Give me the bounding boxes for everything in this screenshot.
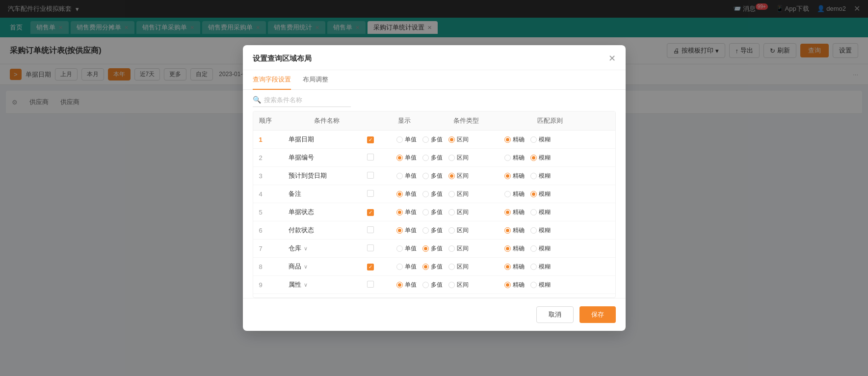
search-input[interactable] [264, 96, 342, 104]
modal-title: 设置查询区域布局 [253, 54, 312, 63]
modal-search-area: 🔍 [243, 90, 626, 111]
modal-header: 设置查询区域布局 ✕ [243, 45, 626, 70]
modal-close-btn[interactable]: ✕ [608, 53, 616, 64]
modal-overlay: 设置查询区域布局 ✕ 查询字段设置 布局调整 🔍 顺序 [0, 0, 868, 120]
col-match: 匹配原则 [531, 111, 615, 120]
conditions-table: 顺序 条件名称 显示 条件类型 匹配原则 1单据日期单值多值区间精确模糊2单据编… [253, 111, 616, 120]
col-display: 显示 [392, 111, 447, 120]
tab-layout-adjust[interactable]: 布局调整 [303, 70, 328, 90]
col-order: 顺序 [253, 111, 309, 120]
search-wrap: 🔍 [253, 96, 351, 107]
col-name: 条件名称 [308, 111, 392, 120]
col-type: 条件类型 [447, 111, 531, 120]
modal-tabs: 查询字段设置 布局调整 [243, 70, 626, 90]
tab-query-fields[interactable]: 查询字段设置 [253, 70, 291, 90]
search-icon: 🔍 [253, 96, 261, 104]
settings-modal: 设置查询区域布局 ✕ 查询字段设置 布局调整 🔍 顺序 [243, 45, 626, 120]
